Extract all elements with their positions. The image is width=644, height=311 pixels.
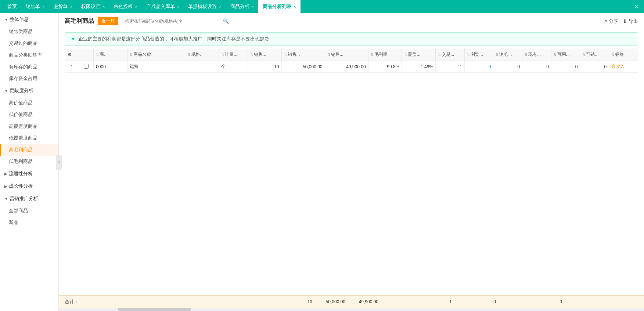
filter-recent-month[interactable]: 近一月 — [98, 17, 118, 25]
sidebar-item-low-margin[interactable]: 低毛利商品 — [0, 156, 58, 167]
arrow-liquidity: ▶ — [4, 172, 7, 176]
sidebar-group-overall[interactable]: ▼ 整体信息 — [0, 13, 58, 26]
th-sales-amount[interactable]: 销售... — [281, 48, 325, 61]
table-wrapper: ⚙ 商... 商品名称 规格... 计量... 销售... 销售... 销售..… — [59, 48, 644, 295]
sidebar-item-low-coverage[interactable]: 低覆盖度商品 — [0, 132, 58, 144]
close-all-tabs[interactable]: × — [632, 3, 641, 10]
search-input[interactable] — [125, 19, 222, 24]
sidebar-item-all-goods[interactable]: 全部商品 — [0, 205, 58, 217]
cell-browse2: 0 — [493, 61, 522, 73]
close-tab-sales[interactable]: × — [42, 4, 44, 9]
cell-sales-cost: 49,900.00 — [325, 61, 368, 73]
close-tab-analysis-list[interactable]: × — [294, 4, 296, 9]
sidebar-group-contribution[interactable]: ▼ 贡献度分析 — [0, 84, 58, 97]
row-checkbox[interactable] — [84, 64, 89, 69]
cell-salable: 0 — [580, 61, 609, 73]
nav-tab-analysis-list[interactable]: 商品分析列表 × — [258, 0, 300, 13]
footer-cells: 10 50,000.00 49,900.00 1 0 0 — [145, 299, 638, 304]
sidebar-item-in-stock[interactable]: 有库存的商品 — [0, 61, 58, 73]
close-tab-purchase[interactable]: × — [70, 4, 72, 9]
page-title: 高毛利商品 — [65, 17, 94, 25]
arrow-contribution: ▼ — [4, 89, 8, 93]
sidebar-group-marketing[interactable]: ▼ 营销推广分析 — [0, 192, 58, 205]
close-tab-analysis[interactable]: × — [252, 4, 254, 9]
th-salable[interactable]: 可销... — [580, 48, 609, 61]
th-available[interactable]: 可用... — [551, 48, 580, 61]
th-sales-qty[interactable]: 销售... — [248, 48, 281, 61]
content-header: 高毛利商品 近一月 🔍 ↗ 分享 ⬇ 导出 — [59, 13, 644, 29]
th-name[interactable]: 商品名称 — [127, 48, 185, 61]
th-check — [79, 48, 93, 61]
bottom-scrollbar[interactable] — [59, 308, 644, 311]
nav-tab-analysis[interactable]: 商品分析 × — [226, 0, 258, 13]
th-sales-cost[interactable]: 销售... — [325, 48, 368, 61]
nav-tab-template[interactable]: 单据模板设置 × — [184, 0, 226, 13]
sidebar-item-high-coverage[interactable]: 高覆盖度商品 — [0, 120, 58, 132]
data-table: ⚙ 商... 商品名称 规格... 计量... 销售... 销售... 销售..… — [65, 48, 638, 73]
table-footer: 合计： 10 50,000.00 49,900.00 1 0 0 — [59, 295, 644, 308]
share-btn[interactable]: ↗ 分享 — [603, 18, 618, 25]
th-current-stock[interactable]: 现有... — [522, 48, 551, 61]
footer-salable: 0 — [542, 299, 564, 304]
th-browse2[interactable]: 浏览... — [493, 48, 522, 61]
cell-sales-qty: 10 — [248, 61, 281, 73]
cell-gross-margin: 99.8% — [368, 61, 402, 73]
sidebar: ▼ 整体信息 销售类商品 交易过的商品 商品分类助销率 有库存的商品 库存资金占… — [0, 13, 59, 311]
cell-index: 1 — [65, 61, 79, 73]
sidebar-container: ▼ 整体信息 销售类商品 交易过的商品 商品分类助销率 有库存的商品 库存资金占… — [0, 13, 59, 311]
sidebar-collapse-btn[interactable]: « — [56, 155, 62, 170]
footer-label: 合计： — [65, 299, 145, 305]
info-banner: ✦ 企业的主要的利润都是这部分商品创造的，可考虑加大推广，同时关注库存是不要出现… — [65, 32, 638, 46]
th-gross-margin[interactable]: 毛利率 — [368, 48, 402, 61]
sidebar-item-high-value[interactable]: 高价值商品 — [0, 97, 58, 109]
th-unit[interactable]: 计量... — [219, 48, 248, 61]
export-icon: ⬇ — [623, 18, 627, 24]
nav-tab-permission[interactable]: 权限设置 × — [77, 0, 109, 13]
sidebar-item-new-goods[interactable]: 新品 — [0, 217, 58, 228]
sidebar-item-low-value[interactable]: 低价值商品 — [0, 109, 58, 120]
cell-name: 运费 — [127, 61, 185, 73]
nav-tab-home[interactable]: 首页 — [3, 0, 21, 13]
arrow-overall: ▼ — [4, 18, 8, 22]
close-tab-inbound[interactable]: × — [177, 4, 179, 9]
th-tag[interactable]: 标签 — [609, 48, 638, 61]
sidebar-item-stock-capital[interactable]: 库存资金占用 — [0, 73, 58, 84]
cell-check[interactable] — [79, 61, 93, 73]
search-box: 🔍 — [122, 17, 232, 25]
close-tab-role[interactable]: × — [135, 4, 137, 9]
th-browse1[interactable]: 浏览... — [464, 48, 493, 61]
arrow-growth: ▶ — [4, 184, 7, 188]
main-container: ▼ 整体信息 销售类商品 交易过的商品 商品分类助销率 有库存的商品 库存资金占… — [0, 13, 644, 311]
sidebar-group-growth[interactable]: ▶ 成长性分析 — [0, 180, 58, 192]
cell-browse1[interactable]: 0 — [464, 61, 493, 73]
nav-tab-sales[interactable]: 销售单 × — [21, 0, 49, 13]
sidebar-item-high-margin[interactable]: 高毛利商品 — [0, 144, 58, 156]
export-btn[interactable]: ⬇ 导出 — [623, 18, 638, 25]
nav-tab-role[interactable]: 角色授权 × — [109, 0, 141, 13]
arrow-marketing: ▼ — [4, 197, 8, 201]
th-coverage[interactable]: 覆盖... — [402, 48, 436, 61]
th-settings[interactable]: ⚙ — [65, 48, 79, 61]
sidebar-item-traded-goods[interactable]: 交易过的商品 — [0, 37, 58, 49]
nav-tab-purchase[interactable]: 进货单 × — [49, 0, 76, 13]
table-header-row: ⚙ 商... 商品名称 规格... 计量... 销售... 销售... 销售..… — [65, 48, 638, 61]
nav-tab-inbound[interactable]: 产成品入库单 × — [142, 0, 184, 13]
close-tab-permission[interactable]: × — [102, 4, 105, 9]
close-tab-template[interactable]: × — [219, 4, 221, 9]
th-spec[interactable]: 规格... — [185, 48, 219, 61]
share-icon: ↗ — [603, 18, 607, 24]
th-trade[interactable]: 交易... — [436, 48, 465, 61]
sidebar-item-category-rate[interactable]: 商品分类助销率 — [0, 49, 58, 61]
cell-trade: 1 — [436, 61, 465, 73]
search-icon[interactable]: 🔍 — [223, 18, 229, 24]
scrollbar-thumb[interactable] — [118, 308, 191, 311]
content-area: 高毛利商品 近一月 🔍 ↗ 分享 ⬇ 导出 ✦ 企业的主要的利润都是这部分商品创… — [59, 13, 644, 311]
cell-available: 0 — [551, 61, 580, 73]
cell-unit: 个 — [219, 61, 248, 73]
sidebar-group-liquidity[interactable]: ▶ 流通性分析 — [0, 167, 58, 180]
info-icon: ✦ — [71, 36, 75, 42]
cell-code: 0000... — [94, 61, 127, 73]
sidebar-item-sales-goods[interactable]: 销售类商品 — [0, 26, 58, 37]
cell-tag: 高收入 — [609, 61, 638, 73]
th-code[interactable]: 商... — [94, 48, 127, 61]
